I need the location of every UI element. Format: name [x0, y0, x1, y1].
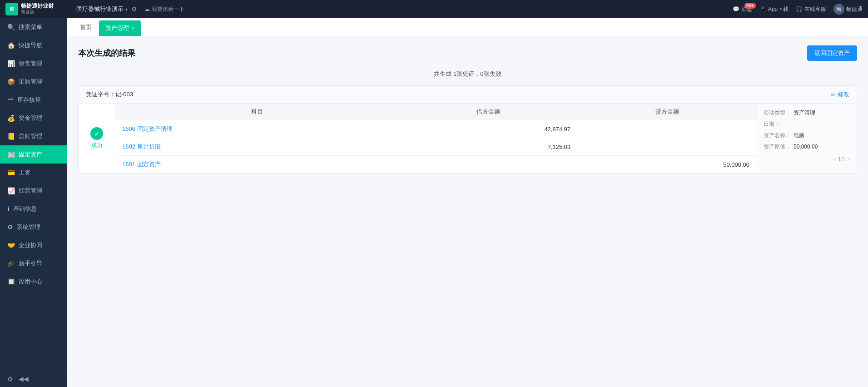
edit-button[interactable]: ✏ 修改 [831, 90, 849, 99]
workspace-selector[interactable]: 医疗器械行业演示 ▾ [76, 5, 128, 13]
tab-home[interactable]: 首页 [74, 19, 97, 36]
voucher-header: 凭证字号：记-003 ✏ 修改 [79, 86, 857, 104]
headset-icon: 🎧 [796, 6, 803, 12]
asset-name-label: 资产名称： [764, 132, 791, 139]
sidebar-bottom: ⚙ ◀◀ [0, 370, 67, 387]
voucher-table-section: ✓ 成功 科目 借方金额 贷方金额 [79, 104, 757, 173]
app-subtitle: 普及版 [21, 9, 54, 15]
tab-bar: 首页 资产管理 × [67, 18, 868, 36]
gear-icon[interactable]: ⚙ [131, 5, 137, 13]
page-content: 本次生成的结果 返回固定资产 共生成 1张凭证，0张失败 凭证字号：记-003 … [67, 36, 868, 387]
sidebar-item-label: 工资 [19, 169, 30, 177]
app-download-button[interactable]: 📱 App下载 [759, 5, 789, 13]
sidebar-item-label: 快捷导航 [19, 41, 42, 50]
ledger-icon: 📒 [7, 133, 15, 140]
sidebar-item-label: 系统管理 [17, 223, 40, 231]
credit-cell [578, 138, 757, 156]
success-text: 成功 [91, 142, 102, 149]
operations-icon: 📈 [7, 187, 15, 194]
header-right: 💬 消息 99+ 📱 App下载 🎧 在线客服 畅 畅捷通 [733, 4, 863, 15]
home-icon: 🏠 [7, 42, 15, 49]
experience-button[interactable]: ☁ 我要体验一下 [144, 5, 184, 13]
pagination-info: 1/1 [838, 156, 847, 163]
settings-icon[interactable]: ⚙ [7, 375, 13, 382]
logo-text-group: 畅捷通好业财 普及版 [21, 3, 54, 15]
user-name: 畅捷通 [846, 5, 863, 13]
message-button[interactable]: 💬 消息 99+ [733, 5, 752, 13]
sidebar-item-guide[interactable]: 🎓 新手引导 [0, 254, 67, 273]
original-value-value: 50,000.00 [794, 144, 818, 150]
sidebar-item-funds[interactable]: 💰 资金管理 [0, 109, 67, 127]
app-center-icon: 🔲 [7, 278, 15, 285]
app-title: 畅捷通好业财 [21, 3, 54, 9]
sidebar-item-purchase[interactable]: 📦 采购管理 [0, 73, 67, 91]
sidebar-item-search[interactable]: 🔍 搜索菜单 [0, 18, 67, 36]
sidebar-item-label: 新手引导 [19, 259, 42, 268]
pagination-next-icon[interactable]: > [847, 156, 850, 163]
edit-label: 修改 [838, 90, 849, 99]
guide-icon: 🎓 [7, 260, 15, 267]
sidebar-item-inventory[interactable]: 🗃 库存核算 [0, 91, 67, 109]
col-header-credit: 贷方金额 [578, 104, 757, 120]
sidebar-item-label: 销售管理 [19, 60, 42, 68]
pagination-prev-icon[interactable]: < [833, 156, 837, 163]
pagination: < 1/1 > [764, 156, 850, 163]
experience-label: 我要体验一下 [152, 5, 184, 13]
tab-close-button[interactable]: × [132, 25, 134, 31]
logo-area: 财 畅捷通好业财 普及版 [5, 3, 73, 15]
funds-icon: 💰 [7, 114, 15, 122]
online-service-button[interactable]: 🎧 在线客服 [796, 5, 826, 13]
sidebar-item-payroll[interactable]: 💳 工资 [0, 164, 67, 182]
asset-name-value: 电脑 [794, 132, 804, 139]
back-to-fixed-assets-button[interactable]: 返回固定资产 [807, 45, 857, 61]
sidebar-item-app-center[interactable]: 🔲 应用中心 [0, 273, 67, 291]
sidebar: 🔍 搜索菜单 🏠 快捷导航 📊 销售管理 📦 采购管理 🗃 库存核算 💰 资金管… [0, 18, 67, 387]
online-service-label: 在线客服 [804, 5, 826, 13]
workspace-name: 医疗器械行业演示 [76, 5, 124, 13]
top-header: 财 畅捷通好业财 普及版 医疗器械行业演示 ▾ ⚙ ☁ 我要体验一下 💬 消息 … [0, 0, 868, 18]
tab-asset-management[interactable]: 资产管理 × [99, 20, 141, 36]
sidebar-item-label: 搜索菜单 [19, 23, 42, 31]
sidebar-item-label: 固定资产 [19, 150, 42, 159]
download-icon: 📱 [759, 6, 766, 12]
sales-icon: 📊 [7, 60, 15, 67]
sidebar-item-ledger[interactable]: 📒 总账管理 [0, 127, 67, 145]
debit-cell [399, 156, 578, 174]
table-row: 1602 累计折旧 7,125.03 [115, 138, 757, 156]
voucher-table: 科目 借方金额 贷方金额 1606 固定资产清理 42,874.97 [115, 104, 757, 173]
change-type-label: 变动类型： [764, 109, 791, 117]
sidebar-item-basics[interactable]: ℹ 基础信息 [0, 200, 67, 218]
search-icon: 🔍 [7, 24, 15, 31]
col-header-subject: 科目 [115, 104, 399, 120]
edit-icon: ✏ [831, 91, 836, 98]
sidebar-item-fixed-assets[interactable]: 🏢 固定资产 [0, 145, 67, 164]
voucher-number: 凭证字号：记-003 [86, 90, 133, 99]
tab-label: 资产管理 [105, 24, 129, 32]
sidebar-item-label: 基础信息 [13, 205, 37, 213]
voucher-table-wrapper: 科目 借方金额 贷方金额 1606 固定资产清理 42,874.97 [115, 104, 757, 173]
sidebar-item-sales[interactable]: 📊 销售管理 [0, 55, 67, 73]
subject-cell: 1602 累计折旧 [115, 138, 399, 156]
sidebar-item-enterprise[interactable]: 🤝 企业协同 [0, 236, 67, 254]
credit-cell: 50,000.00 [578, 156, 757, 174]
voucher-body: ✓ 成功 科目 借方金额 贷方金额 [79, 104, 857, 173]
sidebar-item-system[interactable]: ⚙ 系统管理 [0, 218, 67, 236]
sidebar-item-label: 资金管理 [19, 114, 42, 122]
sidebar-item-label: 经营管理 [19, 187, 42, 195]
user-area[interactable]: 畅 畅捷通 [833, 4, 863, 15]
debit-cell: 42,874.97 [399, 120, 578, 138]
debit-cell: 7,125.03 [399, 138, 578, 156]
date-label: 日期： [764, 120, 780, 128]
success-checkmark-icon: ✓ [90, 127, 103, 140]
payroll-icon: 💳 [7, 169, 15, 176]
sidebar-item-quick-nav[interactable]: 🏠 快捷导航 [0, 36, 67, 55]
sidebar-item-operations[interactable]: 📈 经营管理 [0, 182, 67, 200]
result-summary: 共生成 1张凭证，0张失败 [78, 70, 857, 78]
basics-icon: ℹ [7, 205, 10, 213]
logo-icon: 财 [5, 3, 18, 15]
main-layout: 🔍 搜索菜单 🏠 快捷导航 📊 销售管理 📦 采购管理 🗃 库存核算 💰 资金管… [0, 18, 868, 387]
sidebar-item-label: 总账管理 [19, 132, 42, 140]
app-download-label: App下载 [768, 5, 789, 13]
credit-cell [578, 120, 757, 138]
collapse-icon[interactable]: ◀◀ [19, 375, 29, 382]
